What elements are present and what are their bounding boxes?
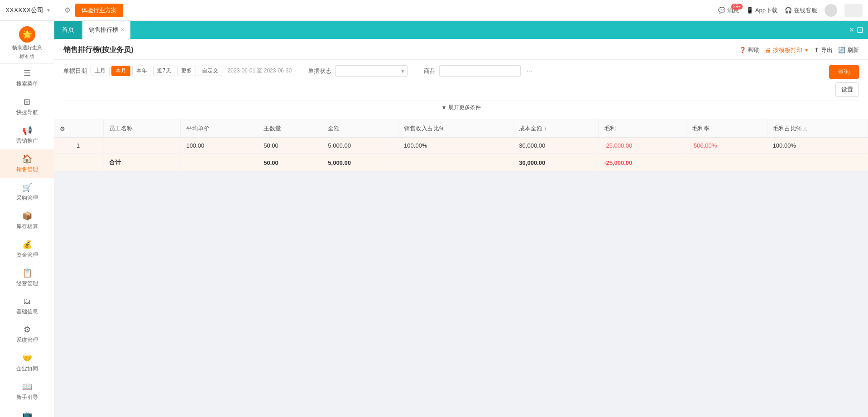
- refresh-icon: 🔄: [838, 47, 845, 53]
- sidebar-label-basic: 基础信息: [16, 308, 38, 316]
- tab-sales-label: 销售排行榜: [89, 26, 118, 34]
- sidebar-item-inventory[interactable]: 📦 库存核算: [0, 206, 54, 235]
- status-filter: 单据状态 ▼: [308, 65, 408, 77]
- logo-line1: 畅康通好生意: [12, 44, 42, 51]
- date-btn-last-month[interactable]: 上月: [91, 66, 110, 76]
- profit-pct-info-icon: △: [803, 126, 807, 131]
- goods-input[interactable]: [439, 65, 521, 77]
- sidebar-label-purchase: 采购管理: [16, 194, 38, 202]
- goods-more-btn[interactable]: ···: [526, 67, 532, 75]
- sidebar-item-enterprise[interactable]: 🤝 企业协同: [0, 349, 54, 377]
- tab-home-label: 首页: [62, 26, 74, 34]
- enterprise-icon: 🤝: [22, 353, 32, 363]
- avatar[interactable]: [825, 4, 837, 17]
- goods-label: 商品: [424, 67, 436, 75]
- user-name: [844, 4, 863, 17]
- print-arrow-icon: ▼: [804, 48, 809, 53]
- sidebar-item-shortcut[interactable]: ⊞ 快捷导航: [0, 92, 54, 121]
- export-btn[interactable]: ⬆ 导出: [814, 46, 833, 54]
- col-employee: 员工名称: [103, 120, 181, 138]
- logo-line2: 标准版: [19, 53, 34, 60]
- sidebar-item-search[interactable]: ☰ 搜索菜单: [0, 64, 54, 92]
- sidebar-item-sales[interactable]: 🏠 销售管理: [0, 149, 54, 178]
- footer-sales-pct: [398, 154, 513, 172]
- print-btn[interactable]: 🖨 按模板打印 ▼: [765, 46, 809, 54]
- date-btn-this-year[interactable]: 本年: [132, 66, 151, 76]
- expand-conditions-btn[interactable]: ▼ 展开更多条件: [441, 104, 481, 111]
- sidebar-label-finance: 资金管理: [16, 251, 38, 259]
- basic-icon: 🗂: [23, 297, 31, 306]
- service-icon: 🎧: [785, 7, 792, 14]
- sidebar-label-shortcut: 快捷导航: [16, 109, 38, 116]
- col-total: 全额: [322, 120, 398, 138]
- company-selector[interactable]: XXXXXX公司 ▼: [5, 6, 60, 14]
- tab-close-icon[interactable]: ×: [121, 27, 124, 33]
- cell-settings: [54, 138, 71, 154]
- date-filter: 单据日期 上月 本月 本年 近7天 更多 自定义: [63, 66, 292, 76]
- marketing-icon: 📢: [22, 125, 32, 135]
- goods-filter: 商品 ···: [424, 65, 532, 77]
- settings-button[interactable]: 设置: [835, 82, 859, 97]
- date-btn-more[interactable]: 更多: [177, 66, 196, 76]
- sidebar-label-guide: 新手引导: [16, 393, 38, 401]
- service-label: 在线客服: [794, 6, 817, 14]
- tab-home[interactable]: 首页: [54, 21, 82, 39]
- status-select[interactable]: [335, 65, 408, 77]
- col-profit-rate: 毛利率: [686, 120, 767, 138]
- sidebar-item-operation[interactable]: 📋 经营管理: [0, 264, 54, 292]
- expand-label: 展开更多条件: [448, 104, 481, 111]
- trial-button[interactable]: 体验行业方案: [75, 4, 123, 17]
- cell-sales-pct: 100.00%: [398, 138, 513, 154]
- inventory-icon: 📦: [22, 211, 32, 221]
- app-label: App下载: [755, 6, 777, 14]
- logo-icon: 🌟: [19, 26, 35, 43]
- settings-icon[interactable]: ⚙: [64, 6, 71, 14]
- tab-sales-ranking[interactable]: 销售排行榜 ×: [82, 21, 130, 39]
- cell-quantity: 50.00: [258, 138, 322, 154]
- message-btn[interactable]: 💬 消息 99+: [718, 6, 739, 14]
- company-name: XXXXXX公司: [5, 6, 43, 14]
- guide-icon: 📖: [22, 382, 32, 392]
- sidebar-item-finance[interactable]: 💰 资金管理: [0, 235, 54, 264]
- help-btn[interactable]: ❓ 帮助: [739, 46, 760, 54]
- expand-icon: ▼: [441, 105, 447, 111]
- chevron-down-icon: ▼: [46, 8, 51, 13]
- print-label: 按模板打印: [773, 46, 802, 54]
- sidebar-label-sales: 销售管理: [16, 166, 38, 173]
- col-quantity: 主数量: [258, 120, 322, 138]
- online-service-btn[interactable]: 🎧 在线客服: [785, 6, 817, 14]
- sidebar-logo: 🌟 畅康通好生意 标准版: [0, 21, 54, 64]
- app-icon: 📱: [746, 7, 753, 14]
- col-sales-pct: 销售收入占比%: [398, 120, 513, 138]
- sidebar-item-system[interactable]: ⚙ 系统管理: [0, 320, 54, 349]
- search-menu-icon: ☰: [24, 68, 31, 78]
- footer-profit: -25,000.00: [599, 154, 686, 172]
- cell-profit: -25,000.00: [599, 138, 686, 154]
- query-button[interactable]: 查询: [829, 65, 859, 79]
- sidebar-item-purchase[interactable]: 🛒 采购管理: [0, 178, 54, 206]
- date-btn-this-month[interactable]: 本月: [111, 66, 130, 76]
- col-settings[interactable]: ⚙: [54, 120, 71, 138]
- app-download-btn[interactable]: 📱 App下载: [746, 6, 777, 14]
- cell-profit-pct: 100.00%: [767, 138, 868, 154]
- sidebar-item-guide[interactable]: 📖 新手引导: [0, 377, 54, 406]
- sidebar-item-marketing[interactable]: 📢 营销推广: [0, 121, 54, 149]
- footer-cost: 30,000.00: [513, 154, 599, 172]
- tab-minimize-icon[interactable]: ×: [849, 25, 854, 35]
- footer-total: 5,000.00: [322, 154, 398, 172]
- tab-expand-icon[interactable]: ⊡: [857, 25, 863, 35]
- appstore-icon: 📺: [22, 410, 32, 417]
- refresh-btn[interactable]: 🔄 刷新: [838, 46, 859, 54]
- operation-icon: 📋: [22, 268, 32, 278]
- date-range-display: 2023-06-01 至 2023-06-30: [228, 67, 292, 75]
- print-icon: 🖨: [765, 47, 771, 53]
- footer-settings: [54, 154, 71, 172]
- sidebar-item-basic[interactable]: 🗂 基础信息: [0, 292, 54, 320]
- date-btn-7days[interactable]: 近7天: [153, 66, 175, 76]
- help-icon: ❓: [739, 47, 746, 53]
- sidebar-label-search: 搜索菜单: [16, 80, 38, 88]
- date-btn-custom[interactable]: 自定义: [198, 66, 222, 76]
- sales-icon: 🏠: [22, 154, 32, 164]
- message-icon: 💬: [718, 7, 725, 14]
- sidebar-item-appstore[interactable]: 📺 应用中心: [0, 406, 54, 417]
